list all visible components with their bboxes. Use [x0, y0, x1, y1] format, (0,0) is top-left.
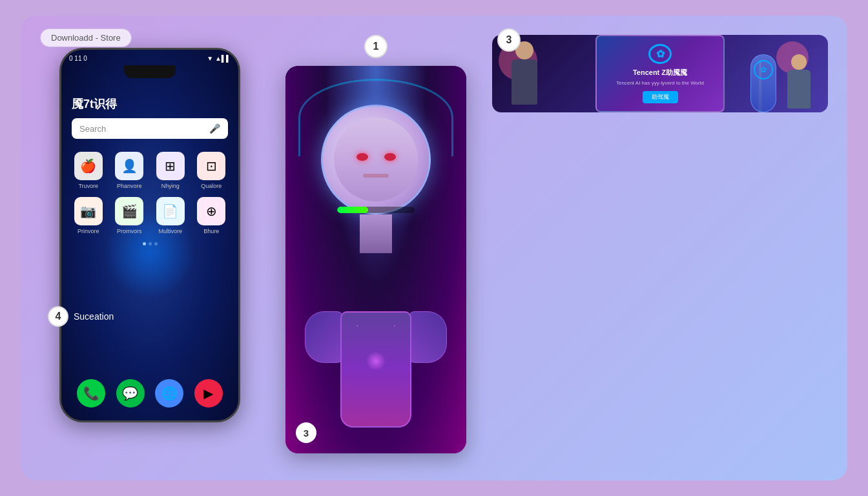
app-label-6: Promvors [117, 228, 142, 234]
app-label-2: Phanvore [117, 183, 142, 189]
main-container: Downloadd - Store 0 11 0 ▼ ▲▌▌ 魇7t识得 Sea… [21, 16, 847, 480]
app-label-1: Truvore [78, 183, 98, 189]
app-icon-6: 🎬 [115, 197, 143, 225]
person-left-body [512, 59, 537, 105]
app-label-5: Prinvore [78, 228, 99, 234]
ai-head-sphere [321, 105, 431, 214]
step-4-badge: 4 [48, 306, 68, 327]
app-item-8[interactable]: ⊕ Bhure [195, 197, 229, 234]
download-badge-label: Downloadd - Store [51, 33, 121, 43]
app-icon-5: 📷 [74, 197, 103, 225]
ai-eyes-container [334, 153, 418, 161]
ai-progress-bar [337, 207, 415, 213]
phone-column: Downloadd - Store 0 11 0 ▼ ▲▌▌ 魇7t识得 Sea… [40, 35, 260, 422]
step-3-badge-right: 3 [497, 28, 521, 52]
tencent-logo: ✿ [648, 44, 672, 64]
app-icon-2: 👤 [115, 152, 143, 180]
download-badge[interactable]: Downloadd - Store [40, 28, 132, 47]
app-item-2[interactable]: 👤 Phanvore [113, 152, 147, 189]
ai-shoulder-left [305, 311, 344, 363]
screenshot-tencent: ✿ Tencent Z助魇魇 Tencent AI has yyy-lyverd… [492, 35, 828, 112]
phone-app-bottom-2[interactable]: 💬 [116, 379, 145, 408]
app-label-3: Nhying [161, 183, 180, 189]
app-item-1[interactable]: 🍎 Truvore [72, 152, 105, 189]
ai-face [334, 118, 418, 202]
phone-app-bottom-4[interactable]: ▶ [194, 379, 223, 408]
middle-column: 1 [279, 35, 473, 453]
person-right-head [791, 54, 807, 70]
step-1-badge: 1 [364, 35, 388, 58]
app-item-6[interactable]: 🎬 Promvors [113, 197, 147, 234]
microphone-icon: 🎤 [209, 123, 220, 134]
person-right [783, 54, 815, 112]
step-4-label: Suceation [74, 311, 114, 322]
person-right-body [787, 70, 811, 108]
ai-character-card: 3 [285, 66, 466, 453]
app-item-7[interactable]: 📄 Multivore [154, 197, 187, 234]
app-icon-8: ⊕ [197, 197, 225, 225]
phone-notch [124, 65, 176, 78]
ai-progress-fill [337, 207, 368, 213]
app-icon-3: ⊞ [156, 152, 185, 180]
phone-title: 魇7t识得 [72, 96, 228, 112]
app-label-4: Qualore [201, 183, 222, 189]
phone-app-bottom-3[interactable]: 🌐 [155, 379, 183, 408]
phone-apps-grid-row1: 🍎 Truvore 👤 Phanvore ⊞ Nhying ⊡ Qualore [72, 152, 228, 189]
ai-eye-left [356, 153, 368, 161]
presentation-display: ✿ Tencent Z助魇魇 Tencent AI has yyy-lyverd… [595, 35, 725, 112]
ai-chest-v [356, 326, 395, 345]
app-item-5[interactable]: 📷 Prinvore [72, 197, 105, 234]
phone-search-bar[interactable]: Search 🎤 [72, 118, 228, 139]
phone-status-bar: 0 11 0 ▼ ▲▌▌ [61, 52, 238, 65]
cylinder-icon: ✿ [754, 60, 773, 79]
phone-device: 0 11 0 ▼ ▲▌▌ 魇7t识得 Search 🎤 🍎 Truvore 👤 [59, 48, 240, 422]
presentation-title: Tencent Z助魇魇 [633, 68, 687, 78]
ai-chest [340, 311, 411, 428]
step-3-badge-on-card: 3 [296, 422, 316, 443]
person-left [505, 41, 544, 112]
ai-eye-right [384, 153, 396, 161]
app-icon-7: 📄 [156, 197, 185, 225]
ai-torso-area [305, 311, 447, 440]
right-column: 3 ✿ Tencent Z助魇魇 Tencent AI has yyy-lyve… [492, 35, 828, 125]
app-label-8: Bhure [203, 228, 219, 234]
phone-apps-grid-row2: 📷 Prinvore 🎬 Promvors 📄 Multivore ⊕ Bhur… [72, 197, 228, 234]
app-item-3[interactable]: ⊞ Nhying [154, 152, 187, 189]
ai-cylinder: ✿ [750, 54, 776, 112]
app-label-7: Multivore [158, 228, 182, 234]
ai-chest-glow [366, 351, 386, 371]
phone-search-text: Search [79, 124, 106, 134]
ai-shoulder-right [408, 311, 447, 363]
app-icon-1: 🍎 [74, 152, 103, 180]
presentation-button[interactable]: 助驾魇 [643, 91, 678, 103]
app-icon-4: ⊡ [197, 152, 225, 180]
phone-screen: 0 11 0 ▼ ▲▌▌ 魇7t识得 Search 🎤 🍎 Truvore 👤 [61, 50, 238, 420]
ai-mouth [363, 174, 389, 178]
phone-bottom-dock: 📞 💬 🌐 ▶ [72, 379, 228, 408]
presentation-subtitle: Tencent AI has yyy-lyverd to the World [616, 80, 704, 86]
ai-neck [360, 214, 392, 253]
app-item-4[interactable]: ⊡ Qualore [195, 152, 229, 189]
phone-app-bottom-1[interactable]: 📞 [77, 379, 105, 408]
